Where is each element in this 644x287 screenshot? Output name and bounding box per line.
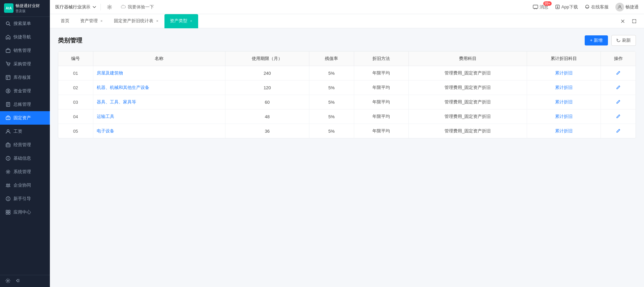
col-header-period: 使用期限（月） bbox=[225, 52, 309, 66]
tab-asset-label: 资产管理 bbox=[80, 18, 98, 24]
sidebar-item-fixed-assets[interactable]: 固定资产 bbox=[0, 111, 50, 125]
tab-asset-management[interactable]: 资产管理 × bbox=[75, 14, 109, 28]
sidebar-item-quick-nav[interactable]: 快捷导航 bbox=[0, 30, 50, 44]
page-title: 类别管理 bbox=[58, 36, 82, 44]
purchase-icon bbox=[5, 61, 11, 67]
close-depreciation-tab[interactable]: × bbox=[155, 18, 159, 24]
expand-button[interactable] bbox=[630, 17, 639, 26]
sidebar-logo[interactable]: AtA 畅捷通好业财 普及版 bbox=[0, 0, 50, 17]
cell-name: 房屋及建筑物 bbox=[93, 66, 225, 81]
message-button[interactable]: 消息 99 bbox=[533, 4, 548, 10]
sidebar-item-label: 企业协同 bbox=[13, 182, 31, 188]
sidebar-item-guide[interactable]: 新手引导 bbox=[0, 192, 50, 205]
avatar bbox=[615, 3, 624, 11]
cell-expense: 管理费用_固定资产折旧 bbox=[408, 66, 527, 81]
edit-button[interactable] bbox=[616, 71, 621, 76]
sidebar-item-label: 总账管理 bbox=[13, 101, 31, 107]
close-asset-type-tab[interactable]: × bbox=[189, 18, 193, 24]
app-center-icon bbox=[5, 210, 11, 215]
svg-rect-28 bbox=[6, 213, 8, 214]
svg-rect-33 bbox=[533, 5, 538, 8]
settings-button[interactable] bbox=[105, 2, 114, 12]
sidebar-item-inventory[interactable]: 库存核算 bbox=[0, 71, 50, 84]
settings-icon[interactable] bbox=[5, 278, 10, 284]
fixed-assets-icon bbox=[5, 115, 11, 121]
user-icon bbox=[618, 5, 622, 9]
guide-icon bbox=[5, 196, 11, 201]
headset-icon bbox=[585, 4, 590, 9]
close-tab-button[interactable] bbox=[618, 17, 627, 26]
ledger-icon bbox=[5, 102, 11, 107]
collapse-icon[interactable] bbox=[14, 278, 20, 284]
sidebar-item-capital[interactable]: 资金管理 bbox=[0, 84, 50, 98]
user-profile[interactable]: 畅捷通 bbox=[615, 3, 639, 11]
cell-operation bbox=[601, 109, 636, 124]
sidebar-item-app-center[interactable]: 应用中心 bbox=[0, 205, 50, 219]
cell-name: 电子设备 bbox=[93, 124, 225, 138]
svg-point-23 bbox=[8, 184, 10, 185]
app-download-button[interactable]: App下载 bbox=[555, 4, 578, 10]
tab-depreciation-table[interactable]: 固定资产折旧统计表 × bbox=[109, 14, 164, 28]
svg-point-25 bbox=[8, 197, 8, 198]
expand-icon bbox=[632, 19, 637, 24]
edit-button[interactable] bbox=[616, 129, 621, 134]
sidebar-item-cooperation[interactable]: 企业协同 bbox=[0, 179, 50, 192]
cell-residual: 5% bbox=[309, 81, 354, 95]
cell-expense: 管理费用_固定资产折旧 bbox=[408, 95, 527, 109]
tab-asset-type-label: 资产类型 bbox=[170, 18, 187, 24]
tabs-bar: 首页 资产管理 × 固定资产折旧统计表 × 资产类型 × bbox=[50, 14, 644, 28]
cell-method: 年限平均 bbox=[354, 109, 408, 124]
sidebar-item-label: 采购管理 bbox=[13, 61, 31, 67]
cell-accumulated: 累计折旧 bbox=[527, 124, 601, 138]
page-header: 类别管理 + 新增 刷新 bbox=[58, 35, 636, 46]
sidebar-item-label: 经营管理 bbox=[13, 142, 31, 148]
experience-label: 我要体验一下 bbox=[128, 4, 154, 10]
sidebar-item-label: 销售管理 bbox=[13, 47, 31, 54]
cell-name: 机器、机械和其他生产设备 bbox=[93, 81, 225, 95]
sidebar-item-basic-info[interactable]: 基础信息 bbox=[0, 152, 50, 165]
sidebar-item-salary[interactable]: 工资 bbox=[0, 125, 50, 138]
cell-expense: 管理费用_固定资产折旧 bbox=[408, 81, 527, 95]
cell-period: 240 bbox=[225, 66, 309, 81]
cell-method: 年限平均 bbox=[354, 95, 408, 109]
sidebar-item-label: 快捷导航 bbox=[13, 34, 31, 40]
cell-period: 36 bbox=[225, 124, 309, 138]
svg-point-21 bbox=[7, 171, 9, 172]
tab-home[interactable]: 首页 bbox=[55, 14, 75, 28]
edit-button[interactable] bbox=[616, 85, 621, 91]
new-button[interactable]: + 新增 bbox=[585, 35, 608, 45]
sidebar-item-sales[interactable]: 销售管理 bbox=[0, 44, 50, 57]
sidebar-item-purchase[interactable]: 采购管理 bbox=[0, 57, 50, 71]
online-service-button[interactable]: 在线客服 bbox=[585, 4, 609, 10]
cell-expense: 管理费用_固定资产折旧 bbox=[408, 124, 527, 138]
svg-rect-27 bbox=[8, 210, 10, 212]
svg-point-30 bbox=[7, 280, 9, 281]
cell-period: 60 bbox=[225, 95, 309, 109]
svg-point-20 bbox=[8, 157, 8, 158]
col-header-residual: 残值率 bbox=[309, 52, 354, 66]
svg-rect-5 bbox=[6, 75, 10, 79]
cell-method: 年限平均 bbox=[354, 66, 408, 81]
experience-button[interactable]: 我要体验一下 bbox=[121, 4, 154, 10]
search-icon bbox=[5, 21, 11, 26]
asset-type-table: 编号 名称 使用期限（月） 残值率 折旧方法 费用科目 累计折旧科目 操作 01… bbox=[58, 51, 636, 138]
cell-accumulated: 累计折旧 bbox=[527, 95, 601, 109]
sidebar-item-business[interactable]: 经营管理 bbox=[0, 138, 50, 152]
sidebar-item-search[interactable]: 搜索菜单 bbox=[0, 17, 50, 30]
home-icon bbox=[5, 34, 11, 40]
edit-button[interactable] bbox=[616, 114, 621, 120]
cell-operation bbox=[601, 124, 636, 138]
capital-icon bbox=[5, 88, 11, 94]
refresh-button[interactable]: 刷新 bbox=[611, 35, 636, 46]
cell-period: 120 bbox=[225, 81, 309, 95]
sidebar-item-ledger[interactable]: 总账管理 bbox=[0, 98, 50, 111]
svg-point-3 bbox=[8, 65, 8, 66]
company-name: 医疗器械行业演示 bbox=[55, 4, 90, 10]
company-selector[interactable]: 医疗器械行业演示 bbox=[55, 4, 96, 10]
col-header-name: 名称 bbox=[93, 52, 225, 66]
edit-button[interactable] bbox=[616, 100, 621, 105]
close-asset-management-tab[interactable]: × bbox=[100, 18, 103, 24]
cell-name: 器具、工具、家具等 bbox=[93, 95, 225, 109]
tab-asset-type[interactable]: 资产类型 × bbox=[164, 14, 198, 28]
sidebar-item-system[interactable]: 系统管理 bbox=[0, 165, 50, 179]
